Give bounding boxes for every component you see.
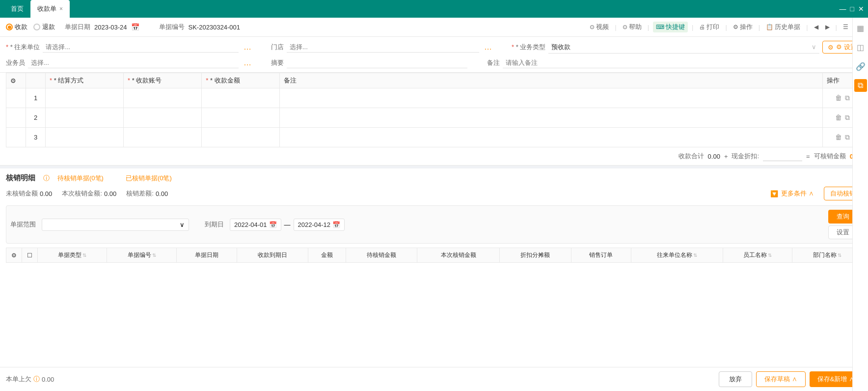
close-button[interactable]: ✕	[858, 5, 864, 13]
radio-refund[interactable]: 退款	[33, 23, 55, 31]
row3-delete-icon[interactable]: 🗑	[835, 133, 842, 141]
nav-next-btn[interactable]: ▶	[823, 23, 832, 31]
col-settings-header[interactable]: ⚙	[6, 73, 26, 88]
list-view-btn[interactable]: ☰	[841, 23, 850, 31]
tab-close-icon[interactable]: ×	[59, 5, 63, 12]
print-btn[interactable]: 🖨 打印	[697, 22, 721, 32]
date-from-input[interactable]: 2022-04-01 📅	[230, 219, 281, 231]
plus-sign: +	[724, 153, 728, 160]
table-row: 1 🗑 ⧉	[6, 88, 862, 108]
row2-amount[interactable]	[202, 108, 280, 128]
row1-account[interactable]	[124, 88, 202, 108]
main-content: 收款 退款 单据日期 2023-03-24 📅 单据编号 SK-20230324…	[0, 18, 868, 391]
done-tab[interactable]: 已核销单据(0笔)	[126, 174, 172, 183]
maximize-button[interactable]: □	[850, 5, 854, 13]
unverified-stat: 未核销金额 0.00	[6, 189, 52, 198]
col-payment-method-header: * 结算方式	[46, 73, 124, 88]
save-draft-button[interactable]: 保存草稿 ∧	[756, 371, 806, 387]
col-num-header	[26, 73, 46, 88]
video-btn[interactable]: ⊙ 视频	[588, 22, 611, 32]
vcol-checkbox[interactable]: ☐	[22, 248, 38, 263]
minimize-button[interactable]: —	[840, 5, 846, 13]
date-section: 单据日期 2023-03-24 📅	[65, 23, 139, 31]
row3-payment-method[interactable]	[46, 128, 124, 147]
history-btn[interactable]: 📋 历史单据	[764, 22, 802, 32]
date-to-input[interactable]: 2022-04-12 📅	[294, 219, 345, 231]
sidebar-doc-icon[interactable]: ◫	[855, 41, 866, 54]
row2-note[interactable]	[280, 108, 823, 128]
verify-info-icon[interactable]: ⓘ	[43, 174, 50, 183]
tab-receipt[interactable]: 收款单 ×	[30, 0, 70, 18]
tab-bar: 首页 收款单 × — □ ✕	[0, 0, 868, 18]
sidebar-expand-icon[interactable]: ⧉	[854, 79, 867, 92]
pending-tab[interactable]: 待核销单据(0笔)	[57, 174, 104, 183]
vcol-discount: 折扣分摊额	[500, 248, 571, 263]
remark-group: 备注	[487, 57, 862, 68]
calendar-icon[interactable]: 📅	[131, 23, 139, 31]
vcol-doc-type: 单据类型⇅	[38, 248, 107, 263]
shortcut-btn[interactable]: ⌨ 快捷键	[653, 22, 688, 32]
tab-home[interactable]: 首页	[4, 0, 30, 18]
discount-label: 现金折扣:	[732, 152, 759, 161]
row3-copy-icon[interactable]: ⧉	[845, 133, 850, 141]
business-type-group: * 业务类型 预收款 ∨ ⚙ ⚙ 设置	[512, 41, 862, 54]
discard-button[interactable]: 放弃	[719, 371, 752, 387]
row3-note[interactable]	[280, 128, 823, 147]
row2-account[interactable]	[124, 108, 202, 128]
row1-amount[interactable]	[202, 88, 280, 108]
row1-payment-method[interactable]	[46, 88, 124, 108]
sidebar-link-icon[interactable]: 🔗	[854, 60, 868, 73]
row2-payment-method[interactable]	[46, 108, 124, 128]
row1-delete-icon[interactable]: 🗑	[835, 94, 842, 102]
store-input[interactable]	[287, 42, 479, 53]
operations-btn[interactable]: ⚙ 操作	[731, 22, 755, 32]
diff-stat: 核销差额: 0.00	[126, 189, 168, 198]
settings-icon: ⚙	[828, 44, 834, 51]
dropdown-arrow-icon: ∨	[812, 43, 816, 51]
dropdown-icon: ∨	[180, 221, 185, 228]
right-sidebar: ▦ ◫ 🔗 ⧉	[852, 18, 868, 391]
vcol-due-date: 收款到期日	[237, 248, 308, 263]
row2-delete-icon[interactable]: 🗑	[835, 113, 842, 122]
staff-more-icon[interactable]: …	[244, 58, 251, 67]
vcol-staff: 员工名称⇅	[723, 248, 792, 263]
counterpart-input[interactable]	[43, 42, 239, 53]
verify-section: 核销明细 ⓘ 待核销单据(0笔) 已核销单据(0笔) 未核销金额 0.00 本次…	[0, 166, 868, 268]
staff-input[interactable]	[28, 57, 239, 68]
vcol-counterpart: 往来单位名称⇅	[631, 248, 723, 263]
verify-table-header: ⚙ ☐ 单据类型⇅ 单据编号⇅ 单据日期 收款到期日 金额 待核销金额 本次核销…	[6, 248, 862, 263]
help-btn[interactable]: ⊙ 帮助	[621, 22, 644, 32]
verifiable-label: 可核销金额	[814, 152, 846, 161]
discount-input[interactable]	[763, 151, 802, 161]
more-conditions-btn[interactable]: 🔽 更多条件 ∧	[770, 189, 814, 198]
row3-account[interactable]	[124, 128, 202, 147]
nav-prev-btn[interactable]: ◀	[812, 23, 820, 31]
counterpart-more-icon[interactable]: …	[244, 43, 251, 52]
doc-range-select[interactable]: ∨	[42, 219, 189, 231]
cal-icon: 📅	[269, 221, 277, 228]
radio-refund-circle	[33, 24, 40, 30]
bottom-value: 0.00	[42, 376, 54, 383]
verify-title: 核销明细	[6, 173, 35, 183]
business-type-select[interactable]: 预收款 ∨	[548, 41, 819, 54]
row2-copy-icon[interactable]: ⧉	[845, 113, 850, 122]
gear-icon: ⚙	[10, 77, 16, 84]
cal-icon2: 📅	[332, 221, 340, 228]
summary-input[interactable]	[287, 57, 467, 68]
remark-input[interactable]	[503, 57, 862, 68]
table-area: ⚙ * 结算方式 * 收款账号 * 收款金额 备注 操作	[0, 73, 868, 147]
toolbar-right: ⊙ 视频 | ⊙ 帮助 | ⌨ 快捷键 | 🖨 打印 | ⚙ 操作 | 📋 历史…	[588, 22, 862, 32]
bottom-info-icon[interactable]: ⓘ	[33, 375, 40, 384]
store-more-icon[interactable]: …	[484, 43, 492, 52]
row1-copy-icon[interactable]: ⧉	[845, 94, 850, 102]
stats-row: 未核销金额 0.00 本次核销金额: 0.00 核销差额: 0.00 🔽 更多条…	[6, 187, 862, 200]
vcol-amount: 金额	[308, 248, 346, 263]
bottom-info: 本单上欠 ⓘ 0.00	[6, 375, 54, 384]
sidebar-table-icon[interactable]: ▦	[855, 22, 866, 35]
radio-receipt[interactable]: 收款	[6, 23, 27, 31]
vcol-doc-date: 单据日期	[176, 248, 237, 263]
vcol-settings[interactable]: ⚙	[6, 248, 22, 263]
row3-amount[interactable]	[202, 128, 280, 147]
vcol-pending: 待核销金额	[346, 248, 417, 263]
row1-note[interactable]	[280, 88, 823, 108]
